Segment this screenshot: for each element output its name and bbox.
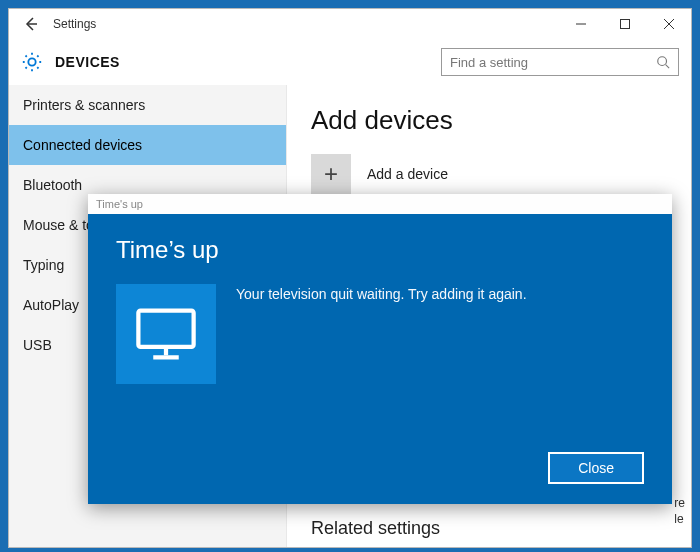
minimize-icon: [576, 19, 586, 29]
search-placeholder: Find a setting: [450, 55, 656, 70]
gear-icon: [21, 51, 43, 73]
add-device-button[interactable]: + Add a device: [311, 154, 667, 194]
titlebar: Settings: [9, 9, 691, 39]
back-arrow-icon: [23, 16, 39, 32]
dialog-content: Your television quit waiting. Try adding…: [116, 284, 644, 384]
sidebar-item-label: Printers & scanners: [23, 97, 145, 113]
dialog-titlebar: Time's up: [88, 194, 672, 214]
related-settings-heading: Related settings: [311, 518, 440, 539]
sidebar-item-printers-scanners[interactable]: Printers & scanners: [9, 85, 286, 125]
svg-point-1: [658, 57, 667, 66]
sidebar-item-label: Connected devices: [23, 137, 142, 153]
sidebar-item-connected-devices[interactable]: Connected devices: [9, 125, 286, 165]
content-heading: Add devices: [311, 105, 667, 136]
dialog-close-button[interactable]: Close: [548, 452, 644, 484]
add-device-label: Add a device: [367, 166, 448, 182]
close-window-button[interactable]: [647, 9, 691, 39]
dialog-footer: Close: [116, 452, 644, 484]
timesup-dialog: Time's up Time’s up Your television quit…: [88, 194, 672, 504]
dialog-close-label: Close: [578, 460, 614, 476]
dialog-window-title: Time's up: [96, 198, 143, 210]
back-button[interactable]: [9, 9, 53, 39]
plus-icon: +: [311, 154, 351, 194]
maximize-button[interactable]: [603, 9, 647, 39]
minimize-button[interactable]: [559, 9, 603, 39]
dialog-body: Time’s up Your television quit waiting. …: [88, 214, 672, 504]
dialog-heading: Time’s up: [116, 236, 644, 264]
sidebar-item-label: Bluetooth: [23, 177, 82, 193]
maximize-icon: [620, 19, 630, 29]
dialog-message: Your television quit waiting. Try adding…: [236, 284, 527, 384]
close-icon: [664, 19, 674, 29]
sidebar-item-label: USB: [23, 337, 52, 353]
page-title: DEVICES: [55, 54, 120, 70]
svg-rect-0: [621, 20, 630, 29]
search-icon: [656, 55, 670, 69]
truncated-text: rele: [674, 495, 685, 527]
monitor-icon: [116, 284, 216, 384]
header-row: DEVICES Find a setting: [9, 39, 691, 85]
sidebar-item-label: AutoPlay: [23, 297, 79, 313]
svg-rect-2: [138, 311, 193, 347]
sidebar-item-label: Typing: [23, 257, 64, 273]
window-title: Settings: [53, 17, 96, 31]
search-input[interactable]: Find a setting: [441, 48, 679, 76]
